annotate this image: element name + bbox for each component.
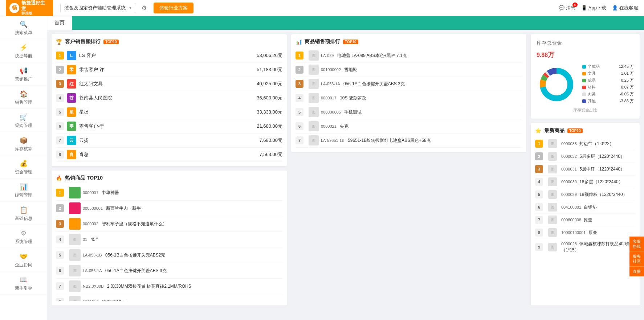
stock-subtitle: 库存资金占比 (537, 107, 634, 113)
hot-prod-name: 智利车子里（规格不知道填什么） (102, 221, 167, 226)
online-service-btn[interactable]: 👤 在线客服 (612, 5, 638, 11)
system-select[interactable]: 装备及固定资产辅助管理系统 ▼ (60, 3, 136, 13)
hot-prod-name: 新西兰牛肉（新牛） (106, 206, 145, 211)
sidebar-item-purchase[interactable]: 🛒 采购管理 (0, 109, 47, 132)
sidebar-item-operations[interactable]: 📊 经营管理 (0, 179, 47, 202)
new-prod-thumb: 图 (548, 243, 557, 251)
product-rank-item: 1 图 LA-089 电池盖 LA-089 ABS本色+黑种 7.1克 (295, 49, 522, 63)
prod-info: NB2.0X30B 2.0X30MM双搓花轴,搓花直径2.1MM/ROHS (83, 283, 282, 290)
new-prod-thumb: 图 (548, 177, 557, 186)
new-prod-code: 10000100001 (561, 230, 586, 235)
hot-prod-thumb (69, 218, 81, 230)
new-prod-info: 0000030 18多层（1220*2440） (561, 179, 623, 185)
header-center: 装备及固定资产辅助管理系统 ▼ ⚙ 体验行业方案 (53, 3, 559, 13)
customer-avatar: 云 (67, 136, 76, 145)
hot-prod-code: LA-056-1A (83, 268, 102, 273)
stock-chart-area: 半成品 12.45 万 文具 1.01 万 成品 0.25 万 材料 0.07 … (537, 64, 634, 105)
new-prod-info: 004100001 白钢垫 (561, 204, 597, 210)
hot-prod-thumb: 图 (69, 249, 81, 261)
purchase-icon: 🛒 (20, 113, 28, 121)
message-btn[interactable]: 💬 消息 6 (559, 5, 575, 11)
legend-item: 材料 0.07 万 (582, 85, 634, 90)
prod-info: 0000011 12070519-xs (83, 299, 282, 301)
sidebar-item-basic-info[interactable]: 📋 基础信息 (0, 202, 47, 225)
legend-name: 其他 (588, 98, 620, 104)
customer-rank-list: 1 L LS 客户 53,006.26元 2 零 零售客户-许 51,183.0… (56, 49, 282, 162)
sidebar-item-label: 销售管理 (15, 99, 32, 106)
legend-name: 成品 (588, 78, 621, 83)
customer-ranking-card: 🏆 客户销售额排行 TOP10 1 L LS 客户 53,006.26元 2 零… (52, 34, 287, 166)
sidebar: 🔍 搜索菜单 ⚡ 快捷导航 📢 营销推广 🏠 销售管理 🛒 采购管理 📦 库存核… (0, 16, 47, 320)
new-prod-name: 原奎 (584, 217, 592, 222)
customer-avatar: 星 (67, 107, 76, 117)
sidebar-item-inventory[interactable]: 📦 库存核算 (0, 132, 47, 155)
app-download-btn[interactable]: 📱 App下载 (581, 5, 606, 11)
sidebar-item-search[interactable]: 🔍 搜索菜单 (0, 16, 47, 39)
customer-name: 红太阳文具 (79, 81, 257, 87)
float-btn-service[interactable]: 客服热线 (629, 237, 644, 252)
customer-amount: 7,680.00元 (259, 137, 282, 144)
product-code: LA-089 (321, 53, 334, 58)
product-name: 雪地靴 (344, 67, 357, 72)
prod-rank-list: 1 图 LA-089 电池盖 LA-089 ABS本色+黑种 7.1克 2 图 … (295, 49, 522, 148)
customer-avatar: 零 (67, 65, 76, 74)
new-prod-code: 0000030 (561, 180, 577, 184)
new-products-title: ⭐ 最新商品 TOP10 (535, 127, 635, 134)
sidebar-item-guide[interactable]: 📖 新手引导 (0, 271, 47, 295)
brand-icon: 畅 (9, 3, 19, 13)
hot-products-title: 🔥 热销商品 TOP10 (56, 175, 282, 181)
customer-avatar: 红 (67, 79, 76, 89)
product-name: 10S 变刻罗孜 (340, 95, 366, 100)
product-code: LA-056-1A (321, 82, 340, 86)
hot-prod-thumb: 图 (69, 280, 81, 292)
sidebar-item-label: 快捷导航 (15, 53, 32, 59)
hot-prod-code: 01 (83, 237, 87, 242)
brand-sub: 标准版 (21, 11, 49, 16)
legend-item: 成品 0.25 万 (582, 78, 634, 83)
float-btn-live[interactable]: 直播 (629, 267, 644, 276)
product-rank-item: 4 图 0000017 10S 变刻罗孜 (295, 91, 522, 105)
new-prod-code: 000800008 (561, 218, 581, 222)
hot-prod-thumb (69, 202, 81, 214)
customer-name: 云扬 (79, 137, 259, 144)
hot-prod-item: 3 0000002 智利车子里（规格不知道填什么） (56, 216, 282, 232)
product-code: LA-59651-1B (321, 138, 345, 143)
customer-rank-item: 7 云 云扬 7,680.00元 (56, 134, 282, 148)
sidebar-item-quicknav[interactable]: ⚡ 快捷导航 (0, 39, 47, 62)
new-prod-info: 0000033 封边带（1.0*22） (561, 141, 614, 147)
legend-item: 其他 -3.86 万 (582, 98, 634, 104)
legend-value: -3.86 万 (620, 98, 634, 104)
sidebar-item-enterprise[interactable]: 🤝 企业协同 (0, 248, 47, 271)
float-btn-community[interactable]: 服务社区 (629, 251, 644, 267)
gear-icon[interactable]: ⚙ (139, 3, 149, 13)
hot-prod-code: LA-056-1B (83, 253, 102, 257)
legend-item: 肉类 -0.05 万 (582, 91, 634, 97)
product-name: 夹克 (340, 124, 349, 129)
nav-tabs: 首页 (47, 16, 644, 30)
trial-button[interactable]: 体验行业方案 (154, 3, 193, 13)
product-thumb: 图 (309, 135, 319, 145)
customer-name: 零售客户-许 (79, 66, 257, 73)
stock-card: 库存总资金 9.88万 半成品 12.45 万 (531, 34, 640, 119)
service-label: 在线客服 (619, 5, 638, 11)
sidebar-item-marketing[interactable]: 📢 营销推广 (0, 62, 47, 86)
header-right: 💬 消息 6 📱 App下载 👤 在线客服 (559, 5, 638, 11)
new-prod-info: 0000031 5层中纤（1220*2440） (561, 166, 625, 172)
sidebar-item-system[interactable]: ⚙ 系统管理 (0, 225, 47, 248)
sidebar-item-finance[interactable]: 💰 资金管理 (0, 155, 47, 179)
customer-rank-item: 4 苍 苍南县人民医院 36,600.00元 (56, 91, 282, 105)
legend-name: 材料 (588, 85, 621, 90)
legend-dot (582, 86, 586, 89)
customer-avatar: 零 (67, 122, 76, 131)
customer-name: 零售客户-于 (79, 123, 257, 130)
product-name: 056-1A白色按键开关盖ABS 3克 (343, 81, 405, 86)
legend-value: -0.05 万 (620, 91, 634, 97)
customer-amount: 51,183.00元 (257, 66, 282, 73)
product-thumb: 图 (309, 107, 319, 117)
sidebar-item-sales[interactable]: 🏠 销售管理 (0, 86, 47, 109)
tab-home[interactable]: 首页 (47, 16, 72, 30)
new-prod-item: 6 图 004100001 白钢垫 (535, 201, 635, 214)
legend-dot (582, 72, 586, 75)
hot-prod-item: 7 图 NB2.0X30B 2.0X30MM双搓花轴,搓花直径2.1MM/ROH… (56, 279, 282, 294)
guide-icon: 📖 (20, 276, 28, 284)
